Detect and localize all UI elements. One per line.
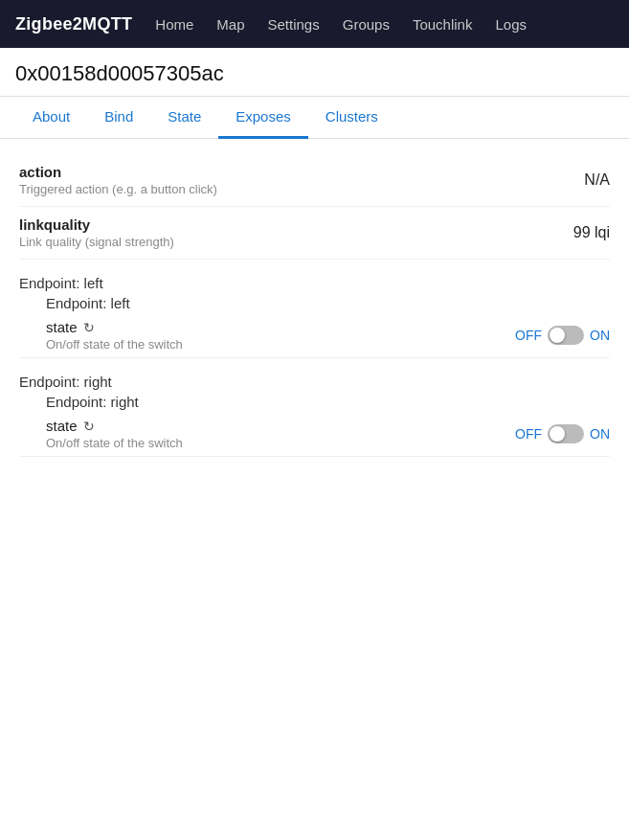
toggle-on-label-right[interactable]: ON — [590, 426, 610, 442]
refresh-icon-left[interactable]: ↻ — [83, 320, 95, 335]
state-left-info: state ↻ On/off state of the switch — [46, 319, 500, 352]
tab-bar: About Bind State Exposes Clusters — [0, 97, 629, 139]
toggle-off-label-left[interactable]: OFF — [515, 328, 542, 343]
state-left-name: state — [46, 319, 78, 335]
toggle-switch-right[interactable] — [548, 424, 584, 443]
state-right-name: state — [46, 418, 78, 434]
device-id: 0x00158d00057305ac — [0, 48, 629, 97]
content-area: action Triggered action (e.g. a button c… — [0, 139, 629, 472]
endpoint-left-sub-label: Endpoint: left — [19, 293, 610, 313]
toggle-track-right — [548, 424, 584, 443]
state-right-name-row: state ↻ — [46, 418, 500, 434]
tab-exposes[interactable]: Exposes — [218, 97, 308, 139]
state-right-info: state ↻ On/off state of the switch — [46, 418, 500, 450]
toggle-on-label-left[interactable]: ON — [590, 328, 610, 343]
nav-logs[interactable]: Logs — [495, 16, 527, 33]
property-action-desc: Triggered action (e.g. a button click) — [19, 182, 569, 196]
nav-settings[interactable]: Settings — [268, 16, 320, 33]
toggle-switch-left[interactable] — [548, 326, 584, 345]
tab-bind[interactable]: Bind — [87, 97, 150, 139]
state-right-desc: On/off state of the switch — [46, 436, 500, 450]
property-action-left: action Triggered action (e.g. a button c… — [19, 164, 569, 196]
endpoint-left-section: Endpoint: left Endpoint: left state ↻ On… — [19, 260, 610, 358]
toggle-control-right: OFF ON — [500, 424, 610, 443]
tab-clusters[interactable]: Clusters — [308, 97, 395, 139]
state-row-right: state ↻ On/off state of the switch OFF O… — [19, 412, 610, 457]
app-brand: Zigbee2MQTT — [15, 14, 132, 34]
toggle-control-left: OFF ON — [500, 326, 610, 345]
toggle-thumb-right — [550, 426, 565, 442]
state-left-desc: On/off state of the switch — [46, 337, 500, 352]
nav-map[interactable]: Map — [216, 16, 244, 33]
endpoint-left-label: Endpoint: left — [19, 269, 610, 293]
endpoint-right-label: Endpoint: right — [19, 368, 610, 392]
property-linkquality: linkquality Link quality (signal strengt… — [19, 207, 610, 260]
toggle-thumb-left — [550, 328, 565, 343]
property-linkquality-left: linkquality Link quality (signal strengt… — [19, 216, 558, 249]
nav-touchlink[interactable]: Touchlink — [413, 16, 473, 33]
property-linkquality-value: 99 lqi — [558, 224, 610, 241]
nav-groups[interactable]: Groups — [343, 16, 390, 33]
property-action-name: action — [19, 164, 569, 180]
state-left-name-row: state ↻ — [46, 319, 500, 335]
tab-state[interactable]: State — [150, 97, 218, 139]
property-action: action Triggered action (e.g. a button c… — [19, 154, 610, 207]
state-row-left: state ↻ On/off state of the switch OFF O… — [19, 313, 610, 358]
toggle-off-label-right[interactable]: OFF — [515, 426, 542, 442]
nav-home[interactable]: Home — [155, 16, 193, 33]
endpoint-right-sub-label: Endpoint: right — [19, 392, 610, 412]
property-action-value: N/A — [569, 171, 610, 189]
property-linkquality-name: linkquality — [19, 216, 558, 233]
property-linkquality-desc: Link quality (signal strength) — [19, 235, 558, 249]
toggle-track-left — [548, 326, 584, 345]
nav-bar: Zigbee2MQTT Home Map Settings Groups Tou… — [0, 0, 629, 48]
tab-about[interactable]: About — [15, 97, 87, 139]
endpoint-right-section: Endpoint: right Endpoint: right state ↻ … — [19, 358, 610, 457]
refresh-icon-right[interactable]: ↻ — [83, 419, 95, 434]
